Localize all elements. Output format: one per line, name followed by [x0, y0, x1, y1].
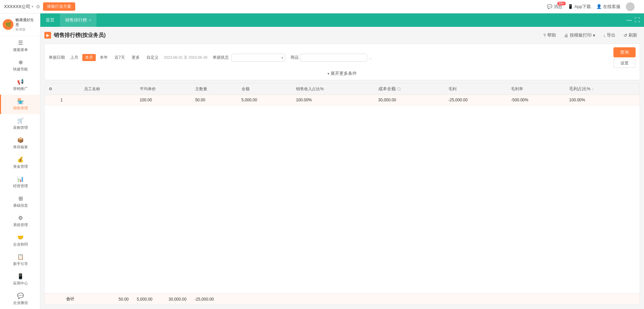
help-button[interactable]: ? 帮助 [541, 31, 558, 40]
more-filter-icon[interactable]: ... [369, 55, 372, 60]
col-avg-price: 平均单价 [136, 83, 191, 95]
sidebar-item-business[interactable]: 📊 经营管理 [0, 172, 40, 192]
sidebar-item-label: 库存核算 [13, 145, 28, 150]
chevron-down-icon: ▾ [328, 72, 329, 75]
cell-gross-rate: -500.00% [507, 95, 565, 105]
window-minimize-icon[interactable]: — [627, 17, 632, 23]
sidebar-item-quick-nav[interactable]: ⊕ 快捷导航 [0, 56, 40, 75]
refresh-button[interactable]: ↺ 刷新 [621, 31, 640, 40]
sidebar-item-wechat[interactable]: 💬 企业微信 [0, 289, 40, 309]
date-range-display: 2023-06-01 至 2023-06-30 [164, 55, 208, 60]
avatar[interactable] [626, 2, 635, 11]
help-label: 帮助 [547, 32, 556, 38]
online-service-button[interactable]: 👤 在线客服 [596, 4, 620, 10]
company-selector[interactable]: XXXXXX公司 ▾ [4, 4, 33, 10]
marketing-icon: 📢 [17, 79, 24, 85]
sidebar-item-appstore[interactable]: 📱 应用中心 [0, 270, 40, 289]
date-tab-more[interactable]: 更多 [129, 54, 142, 61]
help-icon: ? [543, 33, 546, 38]
footer-row: 合计 50.00 5,000.00 30,000.00 -25,000.00 [49, 296, 636, 302]
cell-cost: 30,000.00 [374, 95, 444, 105]
sidebar-item-label: 应用中心 [13, 281, 28, 286]
col-rank [56, 83, 80, 95]
sort-icon[interactable]: ↕ [592, 87, 594, 91]
date-filter-label: 单据日期 [49, 55, 65, 60]
appstore-icon: 📱 [17, 273, 24, 279]
table-body: 1 100.00 50.00 5,000.00 100.00% 30,000.0… [45, 95, 640, 105]
filter-settings-button[interactable]: 设置 [613, 59, 636, 68]
sidebar-item-basic[interactable]: ⊞ 基础信息 [0, 192, 40, 211]
date-tab-this-year[interactable]: 本年 [97, 54, 111, 61]
sidebar-item-marketing[interactable]: 📢 营销推广 [0, 75, 40, 95]
chevron-down-icon: ▾ [32, 5, 33, 8]
goods-input-wrapper [300, 54, 367, 62]
app-icon: 📱 [568, 4, 573, 9]
message-badge: 99+ [557, 2, 566, 5]
sidebar-item-collab[interactable]: 🤝 企业协同 [0, 231, 40, 250]
message-icon: 💬 [547, 4, 552, 9]
sidebar-item-search-order[interactable]: ☰ 搜索菜单 [0, 36, 40, 56]
quick-nav-icon: ⊕ [18, 59, 23, 65]
footer-gross: -25,000.00 [190, 297, 218, 302]
query-button[interactable]: 查询 [613, 47, 636, 57]
export-button[interactable]: ↓ 导出 [601, 31, 618, 40]
basic-icon: ⊞ [18, 195, 23, 202]
top-bar: XXXXXX公司 ▾ ⚙ 体验行业方案 💬 消息 99+ 📱 App下载 👤 在… [0, 0, 644, 13]
col-settings[interactable]: ⚙ [45, 83, 56, 95]
trial-button[interactable]: 体验行业方案 [43, 2, 75, 11]
date-tab-custom[interactable]: 自定义 [144, 54, 161, 61]
main-layout: 🌿 畅康通好生意 标准版 ☰ 搜索菜单 ⊕ 快捷导航 📢 营销推广 🏪 销售管理… [0, 13, 644, 309]
date-tab-prev-month[interactable]: 上月 [68, 54, 81, 61]
sidebar-item-label: 企业微信 [13, 300, 28, 305]
tab-close-icon[interactable]: × [89, 18, 91, 22]
sidebar-item-system[interactable]: ⚙ 系统管理 [0, 211, 40, 231]
message-button[interactable]: 💬 消息 99+ [547, 4, 562, 10]
app-download-label: App下载 [574, 4, 591, 10]
app-download-button[interactable]: 📱 App下载 [568, 4, 591, 10]
date-tab-7days[interactable]: 近7天 [112, 54, 128, 61]
date-filter-group: 单据日期 上月 本月 本年 近7天 更多 自定义 2023-06-01 至 20… [49, 54, 207, 61]
print-dropdown-icon: ▾ [593, 33, 595, 38]
status-select[interactable] [231, 54, 285, 62]
tab-sales-rank[interactable]: 销售排行榜 × [60, 13, 96, 27]
sidebar-item-label: 销售管理 [13, 106, 28, 111]
company-name: XXXXXX公司 [4, 4, 30, 10]
table-container: ⚙ 员工名称 平均单价 主数量 全额 销售收入占比% 成本全额 ⓘ [44, 83, 640, 305]
sidebar-item-inventory[interactable]: 📦 库存核算 [0, 134, 40, 153]
footer-total: 5,000.00 [133, 297, 157, 302]
goods-filter-group: 商品 ... [291, 54, 372, 62]
col-gross: 毛利 [444, 83, 507, 95]
template-print-button[interactable]: 🖨 按模板打印 ▾ [561, 31, 598, 40]
goods-filter-label: 商品 [291, 55, 299, 60]
sidebar-item-purchase[interactable]: 🛒 采购管理 [0, 114, 40, 134]
window-expand-icon[interactable]: ⛶ [635, 17, 640, 23]
col-gross-rate: 毛利率 [507, 83, 565, 95]
cell-avg-price: 100.00 [136, 95, 191, 105]
search-order-icon: ☰ [18, 40, 23, 46]
export-icon: ↓ [603, 33, 606, 38]
sidebar-logo: 🌿 畅康通好生意 标准版 [0, 13, 40, 36]
cost-info-icon[interactable]: ⓘ [397, 87, 401, 92]
business-icon: 📊 [17, 176, 24, 182]
sidebar-item-label: 采购管理 [13, 125, 28, 130]
footer-cost: 30,000.00 [165, 297, 190, 302]
sidebar-item-sales[interactable]: 🏪 销售管理 [0, 95, 40, 114]
goods-input[interactable] [300, 54, 367, 62]
guide-icon: 📋 [17, 254, 24, 260]
cell-sales-pct: 100.00% [292, 95, 374, 105]
gross-pct-col-label: 毛利占比% [569, 86, 591, 92]
sidebar-item-finance[interactable]: 💰 资金管理 [0, 153, 40, 172]
expand-more-button[interactable]: ▾ 展开更多条件 [328, 70, 357, 76]
page-content: ▶ 销售排行榜(按业务员) ? 帮助 🖨 按模板打印 ▾ ↓ [40, 27, 644, 309]
sidebar-item-guide[interactable]: 📋 新手引导 [0, 250, 40, 270]
cell-employee [80, 95, 135, 105]
logo-text-wrapper: 畅康通好生意 标准版 [15, 17, 37, 32]
col-employee: 员工名称 [80, 83, 135, 95]
sidebar-item-label: 系统管理 [13, 222, 28, 227]
collab-icon: 🤝 [17, 234, 24, 241]
topbar-settings-icon[interactable]: ⚙ [36, 4, 40, 9]
tab-home[interactable]: 首页 [40, 13, 60, 27]
date-tab-this-month[interactable]: 本月 [82, 54, 96, 61]
query-buttons: 查询 设置 [613, 47, 636, 68]
table-header: ⚙ 员工名称 平均单价 主数量 全额 销售收入占比% 成本全额 ⓘ [45, 83, 640, 95]
